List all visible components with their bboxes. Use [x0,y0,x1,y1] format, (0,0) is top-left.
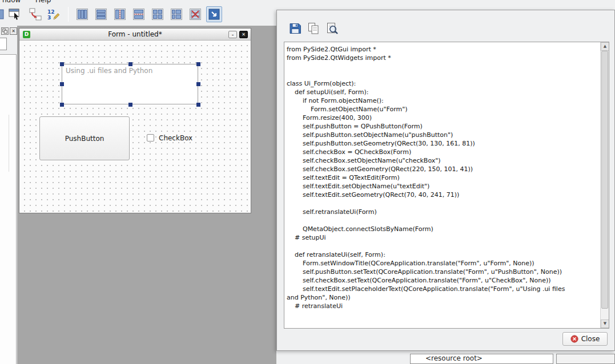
code-content: from PySide2.QtGui import *from PySide2.… [284,42,600,328]
find-button[interactable] [325,22,339,35]
code-line: self.checkBox = QCheckBox(Form) [287,148,599,156]
form-titlebar[interactable]: D Form - untitled* - ✕ [19,29,251,41]
code-line: class Ui_Form(object): [287,79,599,88]
code-line: self.textEdit.setPlaceholderText(QCoreAp… [287,285,599,293]
copy-icon [307,22,320,35]
lay-out-in-form-layout-icon [170,7,183,21]
code-line: Form.setObjectName(u"Form") [287,105,599,114]
code-line: self.checkBox.setText(QCoreApplication.t… [287,276,599,285]
mdi-area: D Form - untitled* - ✕ Using .ui files a… [17,26,276,364]
selection-handle-w[interactable] [60,82,64,86]
code-line: and Python", None)) [287,293,599,302]
code-line: self.pushButton.setGeometry(QRect(30, 13… [287,139,599,148]
toolbar-button-edit-widgets[interactable] [8,7,22,21]
minimize-button[interactable]: - [228,31,237,38]
toolbar-button-edit-signals-slots[interactable] [29,7,42,21]
find-icon [325,22,339,35]
save-icon [288,22,302,35]
toolbar-button-partial[interactable] [0,7,6,21]
scroll-down-button[interactable]: ▼ [601,319,609,328]
lay-out-horizontally-in-splitter-icon [113,7,127,21]
lay-out-horizontally-icon [75,7,89,21]
close-window-button[interactable]: ✕ [239,31,248,38]
code-line: self.textEdit.setGeometry(QRect(70, 40, … [287,191,599,199]
code-line [287,199,599,208]
code-line: if not Form.objectName(): [287,96,599,105]
svg-text:12: 12 [47,9,55,15]
form-title: Form - untitled* [19,30,251,38]
close-button-label: Close [581,335,600,343]
code-line: self.pushButton.setText(QCoreApplication… [287,268,599,276]
toolbar-button-layout-horizontal[interactable] [75,7,89,21]
toolbar-button-layout-grid[interactable] [151,7,164,21]
code-line: self.textEdit.setObjectName(u"textEdit") [287,182,599,191]
lay-out-vertically-in-splitter-icon [132,7,146,21]
lay-out-vertically-icon [94,7,108,21]
code-line: self.checkBox.setGeometry(QRect(220, 150… [287,165,599,173]
scroll-up-button[interactable]: ▲ [601,42,609,51]
dock-float-icon[interactable] [1,27,9,35]
close-red-icon [570,335,578,343]
selection-handle-n[interactable] [128,62,132,66]
code-line [287,71,599,79]
pushbutton-widget[interactable]: PushButton [39,116,130,160]
code-line: # retranslateUi [287,302,599,310]
textedit-placeholder: Using .ui files and Python [62,64,198,77]
menu-window[interactable]: ndow [2,0,21,4]
toolbar-button-layout-vertical[interactable] [94,7,108,21]
edit-tab-order-icon: 12 3 [47,7,61,21]
checkbox-label: CheckBox [159,134,192,142]
code-line [287,242,599,250]
selection-handle-s[interactable] [128,103,132,107]
selection-handle-se[interactable] [196,103,200,107]
selection-handle-sw[interactable] [60,103,64,107]
adjust-size-icon [207,7,221,21]
code-line: self.textEdit = QTextEdit(Form) [287,173,599,182]
code-line: self.checkBox.setObjectName(u"checkBox") [287,156,599,165]
toolbar-button-layout-form[interactable] [170,7,183,21]
code-line: # setupUi [287,233,599,242]
code-line: Form.resize(400, 300) [287,114,599,122]
code-line: self.pushButton.setObjectName(u"pushButt… [287,131,599,139]
code-line [287,216,599,225]
partial-icon [0,7,6,21]
code-line [287,62,599,71]
resource-side-panel[interactable] [556,354,615,364]
code-line: from PySide2.QtGui import * [287,45,599,54]
edit-signals-slots-icon [29,7,42,21]
close-button[interactable]: Close [562,332,608,346]
pushbutton-label: PushButton [65,135,104,143]
selection-handle-nw[interactable] [60,62,64,66]
code-line: QMetaObject.connectSlotsByName(Form) [287,225,599,233]
textedit-widget[interactable]: Using .ui files and Python [62,64,198,104]
widget-box-panel[interactable] [0,54,17,364]
toolbar-button-adjust-size[interactable] [206,6,222,22]
widget-box-filter-input[interactable] [0,38,7,50]
toolbar-button-layout-splitter-vertical[interactable] [132,7,146,21]
scrollbar-thumb[interactable] [601,51,608,309]
checkbox-widget[interactable]: CheckBox [147,134,192,142]
save-button[interactable] [288,22,302,35]
toolbar-button-break-layout[interactable] [188,7,202,21]
lay-out-in-grid-icon [151,7,164,21]
copy-button[interactable] [307,22,320,35]
selection-handle-ne[interactable] [196,62,200,66]
code-view[interactable]: from PySide2.QtGui import *from PySide2.… [284,42,609,329]
selection-handle-e[interactable] [196,82,200,86]
code-line: def setupUi(self, Form): [287,88,599,96]
break-layout-icon [188,7,202,21]
dock-close-icon[interactable]: ✕ [10,27,17,35]
code-line: from PySide2.QtWidgets import * [287,54,599,62]
code-line: self.pushButton = QPushButton(Form) [287,122,599,131]
checkbox-indicator[interactable] [147,134,154,141]
svg-text:3: 3 [47,15,51,21]
code-scrollbar[interactable]: ▲ ▼ [600,42,609,328]
toolbar-separator [68,7,69,22]
form-window[interactable]: D Form - untitled* - ✕ Using .ui files a… [19,28,251,213]
toolbar-button-layout-splitter-horizontal[interactable] [113,7,127,21]
toolbar-button-edit-tab-order[interactable]: 12 3 [47,7,61,21]
menubar: ndow Help [0,0,274,5]
menu-help[interactable]: Help [35,0,51,4]
resource-root-item[interactable]: <resource root> [410,354,553,364]
code-line: self.retranslateUi(Form) [287,208,599,216]
